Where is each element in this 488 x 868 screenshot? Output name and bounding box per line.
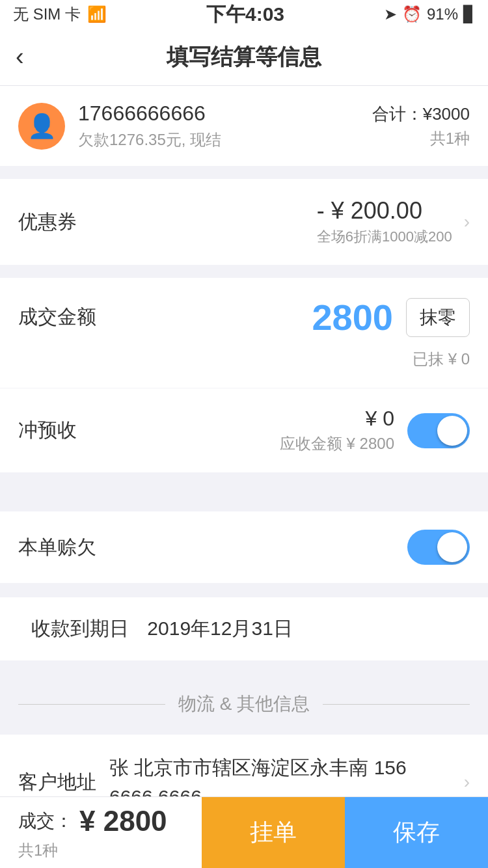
deal-sub-text: 已抹 ¥ 0 (18, 349, 470, 370)
pre-receive-right: ¥ 0 应收金额 ¥ 2800 (280, 407, 470, 454)
customer-debt: 欠款1276.35元, 现结 (78, 129, 221, 150)
deal-amount-label: 成交金额 (18, 304, 96, 331)
location-icon: ➤ (384, 5, 397, 23)
pre-amount-sub: 应收金额 ¥ 2800 (280, 433, 394, 454)
pre-receive-toggle[interactable] (407, 413, 470, 448)
customer-phone: 17666666666 (78, 102, 221, 126)
status-time: 下午4:03 (206, 1, 284, 28)
section-divider-1 (0, 485, 488, 498)
avatar-icon: 👤 (27, 113, 57, 140)
customer-left: 👤 17666666666 欠款1276.35元, 现结 (18, 102, 221, 150)
hang-order-button[interactable]: 挂单 (202, 797, 345, 869)
bottom-deal-label: 成交： (18, 809, 73, 834)
battery-icon: ▊ (463, 5, 475, 23)
coupon-row[interactable]: 优惠券 - ¥ 200.00 全场6折满1000减200 › (0, 179, 488, 265)
deal-section: 成交金额 2800 抹零 已抹 ¥ 0 (0, 278, 488, 388)
main-content: 👤 17666666666 欠款1276.35元, 现结 合计：¥3000 共1… (0, 86, 488, 868)
deal-row: 成交金额 2800 抹零 (18, 296, 470, 338)
alarm-icon: ⏰ (402, 5, 422, 23)
bottom-summary: 成交： ¥ 2800 共1种 (0, 805, 202, 861)
status-bar: 无 SIM 卡 📶 下午4:03 ➤ ⏰ 91% ▊ (0, 0, 488, 29)
due-date-value: 2019年12月31日 (147, 617, 292, 639)
due-date-section: 收款到期日 2019年12月31日 (0, 597, 488, 660)
bad-debt-section: 本单赊欠 (0, 511, 488, 583)
deal-amount-value: 2800 (312, 296, 393, 338)
customer-right: 合计：¥3000 共1种 (372, 103, 470, 149)
due-date-content: 收款到期日 2019年12月31日 (18, 616, 470, 642)
bottom-deal-amount: ¥ 2800 (79, 805, 167, 837)
avatar: 👤 (18, 103, 65, 150)
due-date-label: 收款到期日 (31, 617, 129, 639)
page-title: 填写结算等信息 (167, 42, 321, 72)
back-button[interactable]: ‹ (16, 43, 24, 71)
pre-amount-value: ¥ 0 (280, 407, 394, 431)
deal-right: 2800 抹零 (312, 296, 470, 338)
coupon-description: 全场6折满1000减200 (317, 227, 452, 247)
total-label: 合计：¥3000 (372, 103, 470, 126)
status-right: ➤ ⏰ 91% ▊ (384, 5, 475, 23)
logistics-line-right (323, 704, 470, 705)
battery-label: 91% (427, 5, 458, 23)
bad-debt-label: 本单赊欠 (18, 534, 96, 561)
bad-debt-toggle[interactable] (407, 530, 470, 565)
bottom-deal-row: 成交： ¥ 2800 (18, 805, 183, 837)
no-sim-label: 无 SIM 卡 (13, 4, 81, 25)
wifi-icon: 📶 (87, 5, 107, 23)
bottom-bar: 成交： ¥ 2800 共1种 挂单 保存 (0, 796, 488, 868)
nav-bar: ‹ 填写结算等信息 (0, 29, 488, 86)
bottom-count: 共1种 (18, 840, 183, 861)
pre-receive-amount: ¥ 0 应收金额 ¥ 2800 (280, 407, 394, 454)
pre-receive-label: 冲预收 (18, 417, 77, 444)
save-button[interactable]: 保存 (345, 797, 488, 869)
round-zero-button[interactable]: 抹零 (406, 298, 470, 337)
coupon-right: - ¥ 200.00 全场6折满1000减200 › (317, 197, 470, 247)
address-label: 客户地址 (18, 769, 96, 796)
logistics-label: 物流 & 其他信息 (178, 692, 310, 716)
customer-info: 17666666666 欠款1276.35元, 现结 (78, 102, 221, 150)
logistics-divider: 物流 & 其他信息 (0, 673, 488, 735)
address-chevron-icon: › (464, 772, 470, 793)
bad-debt-toggle-thumb (437, 532, 467, 562)
total-count: 共1种 (372, 128, 470, 149)
coupon-chevron-icon: › (464, 211, 470, 232)
logistics-line-left (18, 704, 165, 705)
status-left: 无 SIM 卡 📶 (13, 4, 107, 25)
coupon-label: 优惠券 (18, 209, 77, 236)
coupon-discount: - ¥ 200.00 (317, 197, 452, 224)
customer-row: 👤 17666666666 欠款1276.35元, 现结 合计：¥3000 共1… (0, 86, 488, 166)
toggle-thumb (437, 416, 467, 446)
pre-receive-row: 冲预收 ¥ 0 应收金额 ¥ 2800 (0, 388, 488, 472)
